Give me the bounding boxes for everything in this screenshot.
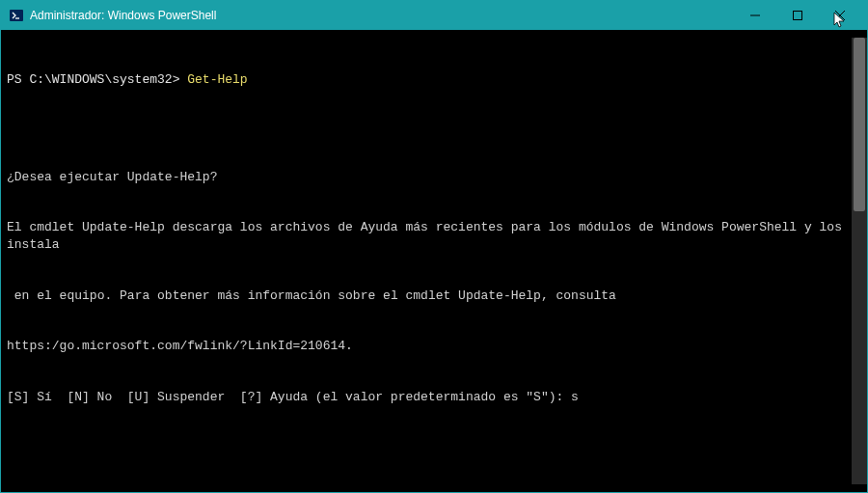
update-help-question: ¿Desea ejecutar Update-Help? [7, 169, 848, 186]
titlebar[interactable]: Administrador: Windows PowerShell [1, 1, 867, 30]
close-button[interactable] [819, 2, 861, 29]
vertical-scrollbar[interactable] [852, 38, 867, 484]
maximize-button[interactable] [776, 2, 819, 29]
command-text: Get-Help [187, 72, 247, 87]
svg-rect-2 [794, 12, 802, 20]
svg-rect-0 [10, 10, 23, 21]
update-help-text: https:/go.microsoft.com/fwlink/?LinkId=2… [7, 338, 848, 355]
window-title: Administrador: Windows PowerShell [30, 9, 216, 22]
update-help-text: en el equipo. Para obtener más informaci… [7, 288, 848, 305]
window-controls [734, 2, 861, 29]
update-help-options: [S] Sí [N] No [U] Suspender [?] Ayuda (e… [7, 389, 848, 406]
prompt-path: PS C:\WINDOWS\system32> [7, 72, 187, 87]
prompt-line: PS C:\WINDOWS\system32> Get-Help [7, 71, 848, 89]
update-help-text: El cmdlet Update-Help descarga los archi… [7, 219, 848, 253]
terminal-content[interactable]: PS C:\WINDOWS\system32> Get-Help ¿Desea … [7, 38, 852, 484]
terminal-body[interactable]: PS C:\WINDOWS\system32> Get-Help ¿Desea … [1, 30, 867, 492]
powershell-icon [9, 8, 24, 23]
minimize-button[interactable] [734, 2, 776, 29]
scrollbar-thumb[interactable] [854, 38, 865, 211]
